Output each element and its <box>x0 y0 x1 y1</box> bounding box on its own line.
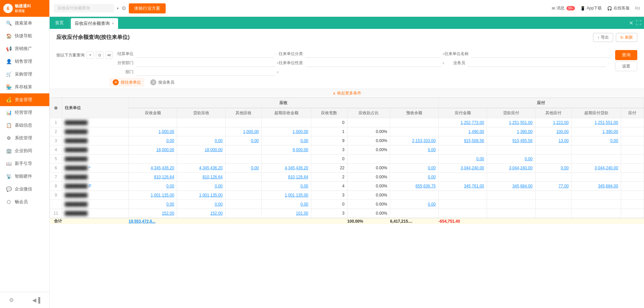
filter-partner-category: 往来单位分类 ▾ <box>279 50 445 58</box>
sidebar-item-basic-info[interactable]: 📋 基础信息 <box>0 119 49 132</box>
settings-button[interactable]: 设置 <box>615 61 637 71</box>
topbar-gear-icon[interactable]: ⚙ <box>121 5 126 11</box>
filter-salesperson-input[interactable] <box>468 59 606 67</box>
filter-salesperson-label: 业务员 <box>444 60 468 66</box>
breadcrumb-chevron-icon[interactable]: ▾ <box>117 6 119 11</box>
tab-bar-right: ✕ ⛶ <box>629 20 641 26</box>
total-ap-other <box>535 218 572 224</box>
target-filter-btn[interactable]: ⊙ <box>96 51 103 59</box>
col-partner: 往来单位 <box>62 98 129 118</box>
tab-close-window-icon[interactable]: ✕ <box>629 20 633 26</box>
tab-ar-ap[interactable]: 应收应付余额查询 × <box>71 18 118 29</box>
user-avatar[interactable]: Rit <box>635 6 640 11</box>
filter-dept: 分管部门 ▾ <box>113 59 279 67</box>
scheme-by-unit[interactable]: 单 按往来单位 <box>109 78 144 87</box>
sidebar-item-system[interactable]: ⚙ 系统管理 <box>0 132 49 144</box>
app-download-action[interactable]: 📱 App下载 <box>580 5 602 11</box>
total-ar-prepaid: 6,417,215.... <box>390 218 438 224</box>
filter-division-input[interactable] <box>136 68 275 76</box>
filter-dept-input[interactable] <box>136 59 275 67</box>
add-filter-btn[interactable]: + <box>87 51 94 59</box>
table-row: 11████████152.00152.00101.0030.00% <box>50 209 644 218</box>
sidebar-item-member[interactable]: ⬡ 畅会员 <box>0 195 49 208</box>
tab-bar: 首页 应收应付余额查询 × ✕ ⛶ <box>50 17 644 29</box>
sidebar-item-enterprise[interactable]: 🏢 企业协同 <box>0 144 49 157</box>
total-row: 合计 19,553,472,6... 100.00% 6,417,215....… <box>50 218 644 224</box>
scheme-by-staff-icon: 员 <box>150 79 156 85</box>
table-row: 3████████0.000.000.000.0090.00%2,153,333… <box>50 136 644 145</box>
filter-settlement-suffix-icon[interactable]: ··· <box>275 52 279 56</box>
filter-division: 部门 ▾ <box>113 68 279 76</box>
filter-settlement-input[interactable] <box>136 50 274 58</box>
table-row: 8████████ P0.000.000.0040.00%655,636.753… <box>50 182 644 191</box>
online-service-action[interactable]: 🎧 在线客服 <box>607 5 630 11</box>
filter-division-chevron-icon[interactable]: ▾ <box>277 70 279 75</box>
table-row: 2████████1,000.001,000.001,000.0010.00%1… <box>50 127 644 136</box>
sidebar-item-marketing[interactable]: 📢 营销推广 <box>0 42 49 55</box>
sidebar-collapse-btn[interactable]: ◀▐ <box>30 296 43 305</box>
sidebar-item-smart-hw[interactable]: 📡 智能硬件 <box>0 170 49 183</box>
total-ar-count <box>311 218 347 224</box>
breadcrumb-text: 应收应付余额查询 <box>58 5 90 11</box>
sidebar-settings-btn[interactable]: ⚙ <box>6 296 16 305</box>
data-table: ⚙ 往来单位 应收 应付 应收金额 贷款应收 其他应收 超期应收金额 应收笔数 … <box>50 98 644 224</box>
topbar-breadcrumb: 应收应付余额查询 <box>54 4 114 12</box>
filter-settlement-unit: 结算单位 ··· <box>113 50 279 58</box>
logo-icon: 6 <box>3 4 13 13</box>
message-action[interactable]: ✉ 消息 99+ <box>552 5 575 11</box>
table-container[interactable]: ⚙ 往来单位 应收 应付 应收金额 贷款应收 其他应收 超期应收金额 应收笔数 … <box>50 98 644 308</box>
marketing-icon: 📢 <box>5 46 12 51</box>
query-button[interactable]: 查询 <box>615 50 637 60</box>
system-icon: ⚙ <box>5 135 12 141</box>
col-ap-amount: 应付金额 <box>438 108 487 118</box>
topbar: 应收应付余额查询 ▾ ⚙ 体验行业方案 ✉ 消息 99+ 📱 App下载 🎧 在… <box>50 0 644 17</box>
filter-salesperson-suffix-icon[interactable]: ··· <box>607 61 610 65</box>
basic-info-icon: 📋 <box>5 123 12 128</box>
export-button[interactable]: ↑ 导出 <box>593 33 613 42</box>
sidebar-item-quick-nav[interactable]: 🏠 快捷导航 <box>0 30 49 42</box>
col-ar-overdue: 超期应收金额 <box>262 108 311 118</box>
wechat-icon: 💬 <box>5 186 12 192</box>
total-ap-last <box>621 218 644 224</box>
col-ap-last: 应付 <box>621 108 644 118</box>
app-name: 畅捷通叫 标准版 <box>15 4 31 13</box>
finance-icon: 💰 <box>5 97 12 102</box>
total-ap-overdue <box>572 218 621 224</box>
sidebar-item-finance[interactable]: 💰 资金管理 <box>0 93 49 106</box>
sidebar-item-search-menu[interactable]: 🔍 搜索菜单 <box>0 17 49 30</box>
filter-scheme-label: 按以下方案查询 <box>56 52 85 58</box>
sidebar-item-sales[interactable]: 👤 销售管理 <box>0 55 49 68</box>
filter-partner-category-input[interactable] <box>306 50 441 58</box>
tab-close-icon[interactable]: × <box>112 21 114 26</box>
sidebar-item-purchase[interactable]: 🛒 采购管理 <box>0 68 49 81</box>
tab-home[interactable]: 首页 <box>50 17 69 29</box>
sidebar-item-guide[interactable]: 📖 新手引导 <box>0 157 49 170</box>
scheme-by-unit-icon: 单 <box>113 79 119 85</box>
col-ar-ratio: 应收款占比 <box>347 108 390 118</box>
sidebar-item-inventory[interactable]: 🏪 库存核算 <box>0 81 49 93</box>
scheme-by-staff[interactable]: 员 按业务员 <box>147 78 178 87</box>
col-ar-other: 其他应收 <box>225 108 262 118</box>
main-content: 首页 应收应付余额查询 × ✕ ⛶ 应收应付余额查询(按往来单位) ↑ 导出 <box>50 17 644 308</box>
filter-settlement-label: 结算单位 <box>113 51 136 57</box>
topbar-actions: ✉ 消息 99+ 📱 App下载 🎧 在线客服 Rit <box>552 5 640 11</box>
filter-partner-name-input[interactable] <box>471 50 610 58</box>
filter-partner-nature-input[interactable] <box>306 59 441 67</box>
refresh-button[interactable]: ↻ 刷新 <box>616 33 637 42</box>
table-settings-icon[interactable]: ⚙ <box>50 98 62 118</box>
filter-dept-label: 分管部门 <box>113 60 136 66</box>
sidebar-item-wechat[interactable]: 💬 企业微信 <box>0 183 49 195</box>
collapse-row[interactable]: ∧ 收起更多条件 <box>50 89 644 97</box>
sidebar-item-business[interactable]: 📊 经营管理 <box>0 106 49 119</box>
table-row: 9████████1,001,135.001,001,135.001,001,1… <box>50 191 644 200</box>
export-icon: ↑ <box>597 35 599 40</box>
smart-hw-icon: 📡 <box>5 174 12 179</box>
trial-button[interactable]: 体验行业方案 <box>129 3 166 13</box>
col-ar-loan: 贷款应收 <box>177 108 225 118</box>
collapse-filter-btn[interactable]: ≪ <box>105 51 113 59</box>
tab-fullscreen-icon[interactable]: ⛶ <box>636 20 641 26</box>
business-icon: 📊 <box>5 110 12 115</box>
total-ar-ratio: 100.00% <box>347 218 390 224</box>
table-row: ████████0.000.000.0000.00%0.00 <box>50 200 644 209</box>
total-ar-overdue <box>262 218 311 224</box>
